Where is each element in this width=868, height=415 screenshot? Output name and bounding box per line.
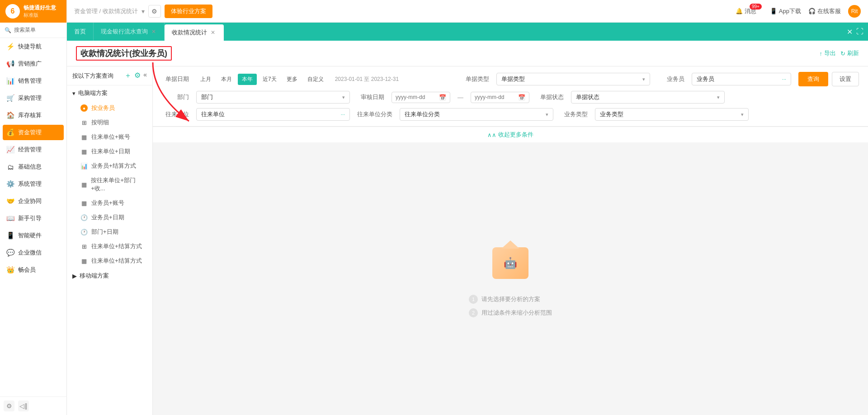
hardware-icon: 📱 (6, 231, 14, 240)
sidebar-item-collab[interactable]: 🤝 企业协同 (0, 193, 66, 210)
scheme-item-unit-settle2[interactable]: ▦ 往来单位+结算方式 (67, 254, 152, 268)
scheme-item-unit-date[interactable]: ▦ 往来单位+日期 (67, 144, 152, 159)
scheme-group-mobile-title[interactable]: ▶ 移动端方案 (67, 268, 152, 283)
logo-icon: 6 (5, 4, 20, 19)
biz-type-select[interactable]: 业务类型 ▾ (595, 108, 749, 121)
scheme-collapse-btn[interactable]: « (143, 71, 147, 80)
scheme-item-label: 往来单位+结算方式 (91, 242, 142, 250)
sidebar-item-purchase[interactable]: 🛒 采购管理 (0, 90, 66, 107)
doc-type-select[interactable]: 单据类型 ▾ (496, 73, 650, 85)
scheme-item-by-salesman[interactable]: ● 按业务员 (67, 101, 152, 115)
scheme-item-label: 按明细 (91, 118, 109, 127)
scheme-item-label: 按业务员 (91, 104, 115, 112)
dept-select[interactable]: 部门 ▾ (196, 91, 350, 104)
dept-date-icon: 🕐 (80, 228, 88, 236)
sidebar-item-inventory[interactable]: 🏠 库存核算 (0, 107, 66, 124)
scheme-group-desktop-title[interactable]: ▾ 电脑端方案 (67, 85, 152, 101)
scheme-item-salesman-account[interactable]: ▦ 业务员+账号 (67, 196, 152, 210)
tabbar: 首页 现金银行流水查询 ✕ 收款情况统计 ✕ ✕ ⛶ (67, 23, 868, 41)
inventory-icon: 🏠 (6, 111, 14, 119)
review-date-to-field[interactable] (475, 94, 515, 100)
scheme-title: 按以下方案查询 (72, 72, 113, 80)
scheme-item-detail[interactable]: ⊞ 按明细 (67, 115, 152, 130)
doc-status-arrow-icon: ▾ (717, 94, 720, 100)
search-menu-item[interactable]: 🔍 搜索菜单 (0, 23, 66, 38)
scheme-item-unit-settle1[interactable]: ⊞ 往来单位+结算方式 (67, 239, 152, 254)
tab-receipts-label: 收款情况统计 (172, 28, 207, 37)
date-tab-7days[interactable]: 近7天 (259, 74, 281, 85)
scheme-settings-btn[interactable]: ⚙ (134, 71, 141, 80)
sidebar-item-finance[interactable]: 💰 资金管理 (3, 125, 64, 140)
sidebar-item-system[interactable]: ⚙️ 系统管理 (0, 175, 66, 193)
salesman-select[interactable]: 业务员 ··· (692, 73, 791, 85)
sidebar-item-sales[interactable]: 📊 销售管理 (0, 72, 66, 90)
user-avatar: Rit (848, 5, 861, 18)
sidebar-item-label: 快捷导航 (18, 42, 42, 51)
dept-value: 部门 (201, 93, 213, 101)
tab-cashflow-close[interactable]: ✕ (151, 28, 157, 35)
scheme-group-desktop: ▾ 电脑端方案 ● 按业务员 ⊞ 按明细 ▦ 往 (67, 85, 152, 268)
hint-item-1: 1 请先选择要分析的方案 (469, 295, 552, 304)
sidebar-item-vip[interactable]: 👑 畅会员 (0, 261, 66, 278)
tab-maximize-btn[interactable]: ⛶ (856, 28, 863, 36)
refresh-btn[interactable]: ↻ 刷新 (840, 49, 859, 57)
app-download-btn[interactable]: 📱 App下载 (770, 7, 801, 15)
tab-receipts-close[interactable]: ✕ (210, 29, 216, 36)
date-tab-this-year[interactable]: 本年 (238, 74, 257, 85)
sidebar-item-label: 经营管理 (18, 146, 42, 154)
message-btn[interactable]: 🔔 消息 99+ (736, 7, 756, 15)
calendar-to-icon[interactable]: 📅 (518, 94, 525, 101)
scheme-item-unit-account[interactable]: ▦ 往来单位+账号 (67, 130, 152, 144)
date-tab-more[interactable]: 更多 (283, 74, 302, 85)
settings-footer-icon[interactable]: ⚙ (4, 401, 14, 411)
review-date-from-field[interactable] (396, 94, 436, 100)
sales-icon: 📊 (6, 77, 14, 85)
topbar-dropdown-icon[interactable]: ▾ (142, 8, 145, 15)
sidebar-item-marketing[interactable]: 📢 营销推广 (0, 55, 66, 72)
review-date-to-input[interactable]: 📅 (471, 92, 529, 103)
query-btn[interactable]: 查询 (798, 72, 828, 86)
scheme-item-dept-date[interactable]: 🕐 部门+日期 (67, 225, 152, 239)
salesman-filter-label: 业务员 (657, 75, 684, 83)
scheme-item-unit-dept[interactable]: ▦ 按往来单位+部门+收... (67, 173, 152, 196)
collapse-bar[interactable]: ∧∧ 收起更多条件 (153, 127, 868, 142)
tab-home[interactable]: 首页 (67, 23, 94, 41)
sidebar-item-weixin[interactable]: 💬 企业微信 (0, 244, 66, 261)
online-service-btn[interactable]: 🎧 在线客服 (808, 7, 841, 15)
scheme-item-salesman-date[interactable]: 🕐 业务员+日期 (67, 210, 152, 225)
scheme-add-btn[interactable]: ＋ (124, 71, 132, 80)
tab-receipts[interactable]: 收款情况统计 ✕ (165, 24, 224, 41)
tab-cashflow[interactable]: 现金银行流水查询 ✕ (94, 23, 165, 41)
salesman-value: 业务员 (697, 75, 714, 83)
user-menu[interactable]: Rit (848, 5, 861, 18)
tab-close-all-btn[interactable]: ✕ (847, 28, 853, 36)
settings-btn[interactable]: 设置 (832, 72, 859, 86)
collab-icon: 🤝 (6, 197, 14, 205)
doc-status-select[interactable]: 单据状态 ▾ (571, 91, 725, 104)
empty-box: 🤖 (492, 247, 528, 279)
sidebar-item-hardware[interactable]: 📱 智能硬件 (0, 227, 66, 244)
sidebar-item-operations[interactable]: 📈 经营管理 (0, 141, 66, 158)
date-tab-this-month[interactable]: 本月 (217, 74, 236, 85)
sidebar-item-quick-nav[interactable]: ⚡ 快捷导航 (0, 38, 66, 55)
date-tab-last-month[interactable]: 上月 (196, 74, 215, 85)
hint-text-1: 请先选择要分析的方案 (481, 295, 540, 303)
message-badge: 99+ (750, 4, 762, 9)
scheme-item-salesman-settle[interactable]: 📊 业务员+结算方式 (67, 159, 152, 173)
export-btn[interactable]: ↑ 导出 (820, 49, 836, 57)
hint-item-2: 2 用过滤条件来缩小分析范围 (469, 308, 552, 317)
quick-nav-icon: ⚡ (6, 42, 14, 51)
collapse-sidebar-icon[interactable]: ◁‖ (18, 401, 29, 411)
sidebar-item-basic-info[interactable]: 🗂 基础信息 (0, 158, 66, 175)
sidebar: 6 畅捷通好生意 标准版 🔍 搜索菜单 ⚡ 快捷导航 📢 营销推广 📊 销售管理… (0, 0, 67, 415)
sidebar-item-guide[interactable]: 📖 新手引导 (0, 210, 66, 227)
empty-illustration: 🤖 (483, 241, 538, 286)
date-filter-label: 单据日期 (162, 75, 189, 83)
counter-category-select[interactable]: 往来单位分类 ▾ (400, 108, 553, 121)
topbar-gear-button[interactable]: ⚙ (148, 5, 161, 18)
calendar-from-icon[interactable]: 📅 (439, 94, 446, 101)
review-date-from-input[interactable]: 📅 (392, 92, 450, 103)
date-tab-custom[interactable]: 自定义 (303, 74, 328, 85)
counter-party-select[interactable]: 往来单位 ··· (196, 108, 350, 121)
trial-btn[interactable]: 体验行业方案 (165, 5, 212, 18)
